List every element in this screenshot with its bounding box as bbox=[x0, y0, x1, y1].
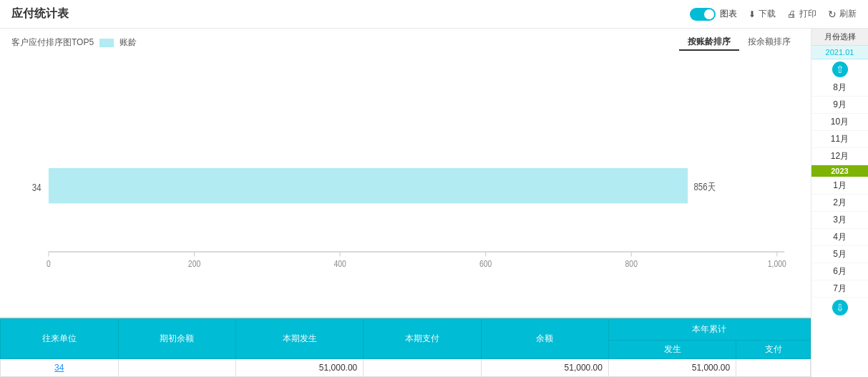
table-row: 34 51,000.00 51,000.00 51,000.00 bbox=[1, 359, 811, 377]
year-label-2023: 2023 bbox=[811, 165, 868, 177]
svg-text:1,000: 1,000 bbox=[768, 258, 786, 268]
month-item-11[interactable]: 11月 bbox=[811, 131, 868, 148]
download-button[interactable]: 下载 bbox=[748, 8, 776, 20]
col-current-occurrence: 本期发生 bbox=[236, 319, 364, 359]
legend-text: 客户应付排序图TOP5 bbox=[11, 36, 94, 49]
month-item-12[interactable]: 12月 bbox=[811, 148, 868, 165]
download-icon bbox=[748, 9, 756, 19]
bar-chart: 34 856天 0 200 bbox=[11, 57, 799, 317]
col-ytd-payment: 支付 bbox=[736, 341, 811, 359]
refresh-button[interactable]: 刷新 bbox=[828, 8, 857, 20]
col-opening-balance: 期初余额 bbox=[118, 319, 236, 359]
month-item-3[interactable]: 3月 bbox=[811, 212, 868, 229]
cell-current-payment bbox=[364, 359, 482, 377]
app-header: 应付统计表 图表 下载 打印 刷新 bbox=[0, 0, 868, 29]
page-title: 应付统计表 bbox=[11, 6, 69, 21]
sort-buttons: 按账龄排序 按余额排序 bbox=[679, 34, 799, 51]
cell-balance: 51,000.00 bbox=[481, 359, 608, 377]
print-button[interactable]: 打印 bbox=[787, 8, 816, 20]
col-ytd: 本年累计 bbox=[608, 319, 810, 341]
toggle-label: 图表 bbox=[720, 8, 737, 20]
col-from-unit: 往来单位 bbox=[1, 319, 119, 359]
svg-text:600: 600 bbox=[479, 258, 492, 268]
month-item-9[interactable]: 9月 bbox=[811, 97, 868, 114]
chart-header: 客户应付排序图TOP5 账龄 按账龄排序 按余额排序 bbox=[0, 29, 811, 54]
month-item-6[interactable]: 6月 bbox=[811, 263, 868, 280]
svg-text:800: 800 bbox=[625, 258, 638, 268]
cell-current-occurrence: 51,000.00 bbox=[236, 359, 364, 377]
month-item-1[interactable]: 1月 bbox=[811, 177, 868, 195]
sidebar-nav-down: ⇩ bbox=[811, 298, 868, 318]
month-item-8[interactable]: 8月 bbox=[811, 79, 868, 97]
cell-unit[interactable]: 34 bbox=[1, 359, 119, 377]
svg-text:0: 0 bbox=[47, 258, 51, 268]
chart-bar bbox=[49, 168, 688, 203]
month-item-7[interactable]: 7月 bbox=[811, 280, 868, 298]
sidebar-title: 月份选择 bbox=[811, 29, 868, 46]
sidebar-nav-up: ⇧ bbox=[811, 59, 868, 79]
chart-legend: 客户应付排序图TOP5 账龄 bbox=[11, 36, 137, 49]
print-icon bbox=[787, 9, 796, 19]
legend-box bbox=[99, 39, 114, 47]
month-item-4[interactable]: 4月 bbox=[811, 229, 868, 246]
chart-toggle-group: 图表 bbox=[690, 8, 737, 21]
nav-up-button[interactable]: ⇧ bbox=[832, 62, 848, 77]
svg-text:34: 34 bbox=[32, 182, 42, 194]
cell-ytd-occurrence: 51,000.00 bbox=[608, 359, 736, 377]
month-item-5[interactable]: 5月 bbox=[811, 246, 868, 263]
col-balance: 余额 bbox=[481, 319, 608, 359]
right-sidebar: 月份选择 2021.01 ⇧ 8月 9月 10月 11月 12月 2023 1月… bbox=[811, 29, 868, 377]
sort-by-balance-button[interactable]: 按余额排序 bbox=[739, 34, 799, 51]
chart-toggle[interactable] bbox=[690, 8, 716, 21]
sidebar-date[interactable]: 2021.01 bbox=[811, 46, 868, 59]
refresh-icon bbox=[828, 9, 837, 20]
sort-by-account-button[interactable]: 按账龄排序 bbox=[679, 34, 739, 51]
chart-table-area: 客户应付排序图TOP5 账龄 按账龄排序 按余额排序 34 bbox=[0, 29, 811, 377]
legend-box-label: 账龄 bbox=[120, 36, 137, 49]
month-item-10[interactable]: 10月 bbox=[811, 114, 868, 131]
svg-text:856天: 856天 bbox=[694, 181, 716, 193]
nav-down-button[interactable]: ⇩ bbox=[832, 300, 848, 315]
month-item-2[interactable]: 2月 bbox=[811, 195, 868, 212]
chart-container: 34 856天 0 200 bbox=[0, 54, 811, 317]
svg-text:200: 200 bbox=[188, 258, 201, 268]
cell-opening-balance bbox=[118, 359, 236, 377]
cell-ytd-payment bbox=[736, 359, 811, 377]
main-content: 客户应付排序图TOP5 账龄 按账龄排序 按余额排序 34 bbox=[0, 29, 868, 377]
data-table: 往来单位 期初余额 本期发生 本期支付 余额 本年累计 发生 支付 bbox=[0, 317, 811, 377]
col-ytd-occurrence: 发生 bbox=[608, 341, 736, 359]
col-current-payment: 本期支付 bbox=[364, 319, 482, 359]
header-actions: 图表 下载 打印 刷新 bbox=[690, 8, 857, 21]
svg-text:400: 400 bbox=[333, 258, 346, 268]
